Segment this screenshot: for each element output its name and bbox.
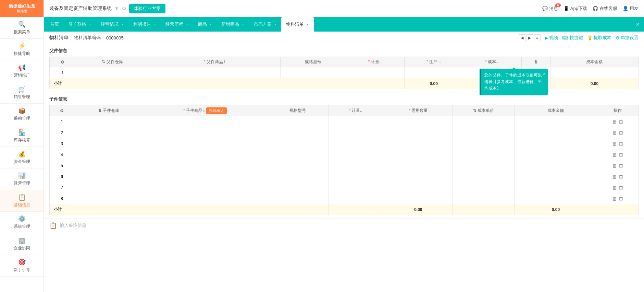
child-cost-price-6[interactable] — [453, 171, 515, 182]
close-customer-tab[interactable]: × — [89, 22, 91, 26]
child-spec-7[interactable] — [267, 182, 329, 193]
child-cost-price-1[interactable] — [453, 116, 515, 127]
child-spec-2[interactable] — [267, 127, 329, 138]
child-spec-6[interactable] — [267, 171, 329, 182]
dropdown-icon[interactable]: ▼ — [114, 6, 119, 11]
tab-new-product[interactable]: 新增商品 × — [216, 17, 249, 32]
sidebar-item-search[interactable]: 🔍 搜索菜单 — [0, 17, 44, 39]
child-cost-price-2[interactable] — [453, 127, 515, 138]
child-cost-price-3[interactable] — [453, 138, 515, 149]
sidebar-item-guide[interactable]: 🎯 新手引导 — [0, 255, 44, 277]
online-service-button[interactable]: 🎧 在线客服 — [593, 5, 617, 12]
parent-col-settings[interactable]: ⚙ — [50, 57, 76, 67]
child-unit-8[interactable] — [329, 193, 384, 204]
copy-row-5[interactable]: ⊞ — [619, 163, 623, 168]
child-unit-7[interactable] — [329, 182, 384, 193]
copy-row-1[interactable]: ⊞ — [619, 119, 623, 125]
sidebar-item-purchase[interactable]: 📦 采购管理 — [0, 104, 44, 125]
close-profit-tab[interactable]: × — [154, 22, 156, 26]
child-warehouse-7[interactable] — [74, 182, 143, 193]
tab-bom[interactable]: 物料清单 × — [281, 17, 313, 32]
close-bom-tab[interactable]: × — [307, 22, 309, 26]
sidebar-item-inventory[interactable]: 🏪 库存核算 — [0, 125, 44, 147]
child-spec-5[interactable] — [267, 160, 329, 171]
child-product-1[interactable] — [143, 116, 267, 127]
tab-barcode[interactable]: 条码方案 × — [249, 17, 281, 32]
child-need-qty-7[interactable] — [384, 182, 453, 193]
sidebar-item-enterprise[interactable]: 🏢 企业协同 — [0, 233, 44, 255]
sidebar-item-system[interactable]: ⚙️ 系统管理 — [0, 212, 44, 233]
sidebar-item-quick-nav[interactable]: ⚡ 快捷导航 — [0, 39, 44, 60]
child-product-7[interactable] — [143, 182, 267, 193]
delete-row-7[interactable]: 🗑 — [612, 185, 617, 190]
child-unit-4[interactable] — [329, 149, 384, 160]
child-spec-8[interactable] — [267, 193, 329, 204]
close-all-tabs[interactable]: ✕ — [636, 22, 643, 27]
delete-row-6[interactable]: 🗑 — [612, 174, 617, 179]
child-warehouse-2[interactable] — [74, 127, 143, 138]
child-spec-1[interactable] — [267, 116, 329, 127]
child-need-qty-1[interactable] — [384, 116, 453, 127]
child-cost-price-5[interactable] — [453, 160, 515, 171]
sidebar-item-sales[interactable]: 🛒 销售管理 — [0, 82, 44, 104]
tab-products[interactable]: 商品 × — [193, 17, 216, 32]
child-product-5[interactable] — [143, 160, 267, 171]
child-unit-1[interactable] — [329, 116, 384, 127]
extract-cost-action[interactable]: 💡 提取成本 — [587, 35, 611, 41]
copy-row-2[interactable]: ⊞ — [619, 130, 623, 136]
sidebar-item-operations[interactable]: 📊 经营管理 — [0, 168, 44, 190]
parent-prod-cell[interactable] — [405, 67, 463, 78]
child-cost-price-4[interactable] — [453, 149, 515, 160]
child-product-8[interactable] — [143, 193, 267, 204]
child-need-qty-5[interactable] — [384, 160, 453, 171]
app-download-button[interactable]: 📱 App下载 — [564, 5, 587, 12]
delete-row-4[interactable]: 🗑 — [612, 152, 617, 157]
tab-operations-status[interactable]: 经营情况 × — [96, 17, 128, 32]
nav-next[interactable]: ▶ — [526, 34, 533, 41]
child-unit-5[interactable] — [329, 160, 384, 171]
sidebar-item-finance[interactable]: 💰 资金管理 — [0, 147, 44, 168]
tab-home[interactable]: 首页 — [45, 17, 64, 32]
child-product-3[interactable] — [143, 138, 267, 149]
child-warehouse-8[interactable] — [74, 193, 143, 204]
user-menu[interactable]: 👤 用友 — [623, 5, 639, 12]
child-col-settings[interactable]: ⚙ — [50, 105, 74, 116]
sidebar-item-basic-info[interactable]: 📋 基础信息 — [0, 190, 44, 212]
child-unit-6[interactable] — [329, 171, 384, 182]
tab-profit-report[interactable]: 利润报告 × — [128, 17, 161, 32]
child-need-qty-8[interactable] — [384, 193, 453, 204]
child-need-qty-6[interactable] — [384, 171, 453, 182]
child-need-qty-4[interactable] — [384, 149, 453, 160]
parent-unit-cell[interactable] — [346, 67, 405, 78]
close-new-product-tab[interactable]: × — [242, 22, 244, 26]
child-product-2[interactable] — [143, 127, 267, 138]
tab-customer[interactable]: 客户联络 × — [64, 17, 96, 32]
nav-prev[interactable]: ◀ — [519, 34, 525, 41]
copy-row-6[interactable]: ⊞ — [619, 174, 623, 179]
child-product-4[interactable] — [143, 149, 267, 160]
close-products-tab[interactable]: × — [210, 22, 212, 26]
parent-spec-cell[interactable] — [280, 67, 346, 78]
close-history-tab[interactable]: × — [186, 22, 188, 26]
child-spec-3[interactable] — [267, 138, 329, 149]
delete-row-2[interactable]: 🗑 — [612, 130, 617, 136]
video-action[interactable]: ▶ 视频 — [545, 35, 558, 41]
child-warehouse-3[interactable] — [74, 138, 143, 149]
tooltip-close-btn[interactable]: × — [543, 71, 545, 77]
trial-button[interactable]: 体验行业方案 — [129, 4, 165, 13]
child-warehouse-1[interactable] — [74, 116, 143, 127]
shortcut-action[interactable]: ⌨ 快捷键 — [562, 35, 583, 41]
delete-row-8[interactable]: 🗑 — [612, 196, 617, 201]
delete-row-3[interactable]: 🗑 — [612, 141, 617, 147]
child-product-6[interactable] — [143, 171, 267, 182]
copy-row-3[interactable]: ⊞ — [619, 141, 623, 147]
tab-ops-history[interactable]: 经营历程 × — [161, 17, 193, 32]
child-warehouse-6[interactable] — [74, 171, 143, 182]
single-settings-action[interactable]: ⚙ 单据设置 — [616, 35, 639, 41]
child-cost-price-8[interactable] — [453, 193, 515, 204]
child-unit-2[interactable] — [329, 127, 384, 138]
delete-row-1[interactable]: 🗑 — [612, 119, 617, 125]
settings-icon[interactable]: ⚙ — [122, 5, 126, 12]
copy-row-7[interactable]: ⊞ — [619, 185, 623, 190]
delete-row-5[interactable]: 🗑 — [612, 163, 617, 168]
